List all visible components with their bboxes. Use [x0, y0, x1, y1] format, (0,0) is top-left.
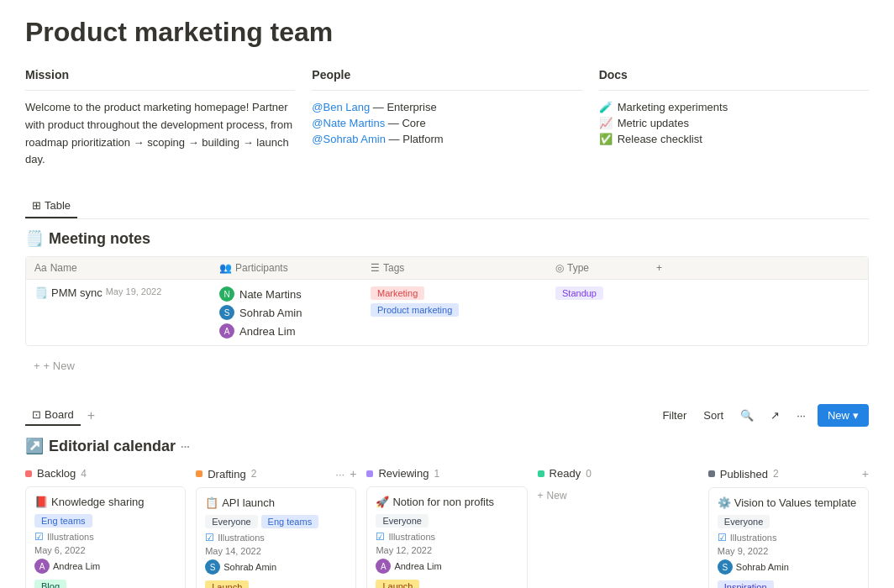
card-date: May 9, 2022 [718, 546, 860, 556]
card-title-text: Knowledge sharing [51, 496, 145, 508]
column-title: Drafting [208, 468, 246, 480]
col-name: Aa Name [26, 257, 211, 279]
card-tags: Everyone Eng teams [205, 514, 347, 528]
card-tags: Eng teams [34, 513, 176, 528]
avatar: A [376, 559, 391, 574]
chevron-down-icon: ▾ [853, 409, 859, 422]
column-count: 1 [434, 468, 439, 480]
people-heading: People [312, 68, 581, 81]
status-indicator [196, 470, 202, 477]
editorial-more-icon[interactable]: ··· [181, 440, 190, 453]
avatar: A [219, 323, 234, 339]
more-options-icon[interactable]: ··· [791, 406, 811, 425]
meeting-emoji: 🗒️ [25, 229, 44, 248]
meeting-section: ⊞ Table 🗒️ Meeting notes Aa Name 👥 Parti… [25, 194, 869, 379]
board-header-left: ⊡ Board + [25, 405, 95, 426]
col-tags: ☰ Tags [362, 257, 547, 279]
column-add-icon[interactable]: + [350, 467, 356, 480]
docs-heading: Docs [599, 68, 869, 81]
board-section: ⊡ Board + Filter Sort 🔍 ↗ ··· New ▾ ↗️ E… [25, 404, 869, 588]
column-drafting: Drafting 2 ··· + 📋 API launch Everyone E… [196, 467, 356, 588]
board-tab[interactable]: ⊡ Board [25, 405, 81, 426]
doc-item[interactable]: 📈Metric updates [599, 115, 869, 131]
participant-name: Sohrab Amin [239, 307, 302, 319]
person-item: @Ben Lang — Enterprise [312, 99, 581, 115]
column-count: 0 [586, 468, 592, 480]
card-checkbox: ☑ Illustrations [718, 532, 860, 543]
doc-label: Metric updates [618, 117, 689, 129]
tag[interactable]: Everyone [376, 514, 428, 528]
tag-standup[interactable]: Standup [555, 286, 603, 300]
card-title[interactable]: 📕 Knowledge sharing [34, 496, 176, 508]
meeting-title-text: Meeting notes [49, 230, 150, 248]
new-button-label: New [828, 409, 849, 422]
participant: S Sohrab Amin [219, 305, 302, 320]
avatar: S [205, 559, 220, 575]
column-header-reviewing: Reviewing 1 [366, 467, 527, 480]
tag[interactable]: Everyone [718, 515, 770, 528]
tag-blog[interactable]: Blog [34, 580, 66, 588]
person-handle[interactable]: @Sohrab Amin [312, 133, 386, 145]
doc-item[interactable]: 🧪Marketing experiments [599, 99, 869, 115]
cell-name[interactable]: 🗒️ PMM sync May 19, 2022 [26, 280, 211, 345]
table-tab-label: Table [45, 199, 71, 212]
card-assignee: S Sohrab Amin [205, 559, 347, 575]
card-title[interactable]: 🚀 Notion for non profits [376, 496, 518, 508]
page-title: Product marketing team [25, 17, 869, 48]
card-title[interactable]: 📋 API launch [205, 496, 347, 509]
table-icon: ⊞ [32, 199, 41, 212]
add-new-meeting[interactable]: + + New [25, 353, 869, 379]
view-tabs: ⊞ Table [25, 194, 869, 219]
tag[interactable]: Everyone [205, 515, 257, 528]
column-ready: Ready 0 + New [538, 467, 698, 588]
page-container: Product marketing team Mission Welcome t… [0, 0, 894, 588]
search-icon[interactable]: 🔍 [735, 406, 759, 425]
tag-product-marketing[interactable]: Product marketing [371, 303, 459, 317]
person-handle[interactable]: @Nate Martins [312, 117, 385, 129]
column-header-drafting: Drafting 2 ··· + [196, 467, 356, 480]
add-new-card-ready[interactable]: + New [538, 486, 698, 505]
board-tab-label: Board [45, 408, 74, 421]
card-title[interactable]: ⚙️ Vision to Values template [718, 496, 860, 509]
col-participants: 👥 Participants [211, 257, 362, 279]
doc-label: Marketing experiments [618, 101, 728, 113]
card-checkbox: ☑ Illustrations [205, 532, 347, 543]
people-section: People @Ben Lang — Enterprise @Nate Mart… [312, 68, 581, 169]
tag-launch[interactable]: Launch [376, 580, 419, 588]
person-handle[interactable]: @Ben Lang [312, 101, 370, 113]
column-header-ready: Ready 0 [538, 467, 698, 480]
column-add-icon[interactable]: + [862, 467, 869, 480]
col-add[interactable]: + [648, 257, 681, 279]
tag-marketing[interactable]: Marketing [371, 286, 424, 300]
column-backlog: Backlog 4 📕 Knowledge sharing Eng teams … [25, 467, 186, 588]
share-icon[interactable]: ↗ [765, 406, 785, 425]
new-button[interactable]: New ▾ [818, 404, 869, 427]
tag[interactable]: Eng teams [261, 515, 319, 528]
column-title: Published [720, 468, 768, 480]
kanban-card: 📋 API launch Everyone Eng teams ☑ Illust… [196, 487, 356, 588]
kanban-card: 🚀 Notion for non profits Everyone ☑ Illu… [366, 486, 527, 588]
avatar: A [34, 559, 50, 574]
card-date: May 6, 2022 [34, 545, 176, 555]
participant: A Andrea Lim [219, 323, 295, 339]
card-assignee: A Andrea Lim [34, 559, 176, 574]
column-more-icon[interactable]: ··· [335, 468, 344, 480]
sort-button[interactable]: Sort [698, 406, 728, 425]
filter-button[interactable]: Filter [657, 406, 692, 425]
status-indicator [25, 470, 32, 477]
tag[interactable]: Eng teams [34, 514, 92, 528]
doc-label: Release checklist [618, 133, 702, 145]
tag-launch[interactable]: Launch [205, 580, 249, 588]
mission-body: Welcome to the product marketing homepag… [25, 99, 295, 169]
column-header-backlog: Backlog 4 [25, 467, 186, 480]
tag-inspiration[interactable]: Inspiration [718, 580, 774, 588]
avatar: S [718, 559, 733, 575]
card-checkbox: ☑ Illustrations [376, 531, 518, 543]
docs-list: 🧪Marketing experiments 📈Metric updates ✅… [599, 99, 869, 147]
doc-item[interactable]: ✅Release checklist [599, 131, 869, 147]
card-extra-tags: Inspiration [718, 580, 860, 588]
add-view-button[interactable]: + [87, 408, 95, 423]
table-tab[interactable]: ⊞ Table [25, 194, 77, 218]
editorial-title-text: Editorial calendar [49, 438, 176, 455]
people-list: @Ben Lang — Enterprise @Nate Martins — C… [312, 99, 581, 147]
